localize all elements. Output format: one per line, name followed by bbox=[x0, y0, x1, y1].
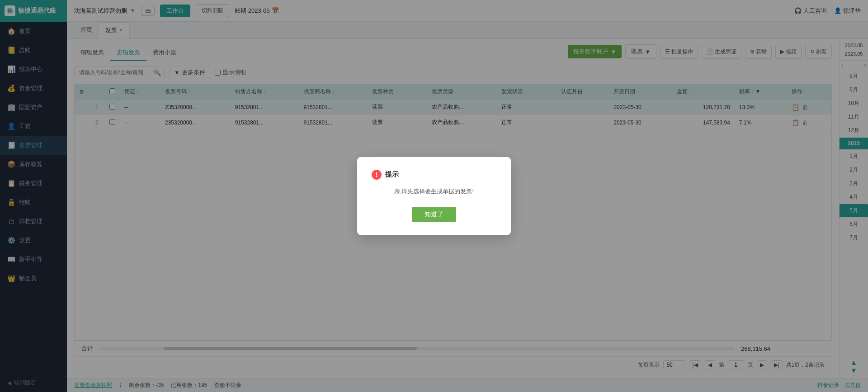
modal-title: 提示 bbox=[385, 170, 399, 179]
modal-overlay: ! 提示 亲,请先选择要生成单据的发票! 知道了 bbox=[0, 0, 868, 392]
modal-title-row: ! 提示 bbox=[372, 170, 496, 180]
modal-ok-button[interactable]: 知道了 bbox=[412, 207, 456, 222]
modal-dialog: ! 提示 亲,请先选择要生成单据的发票! 知道了 bbox=[357, 157, 511, 235]
modal-message: 亲,请先选择要生成单据的发票! bbox=[391, 187, 477, 196]
modal-warning-icon: ! bbox=[372, 170, 382, 180]
